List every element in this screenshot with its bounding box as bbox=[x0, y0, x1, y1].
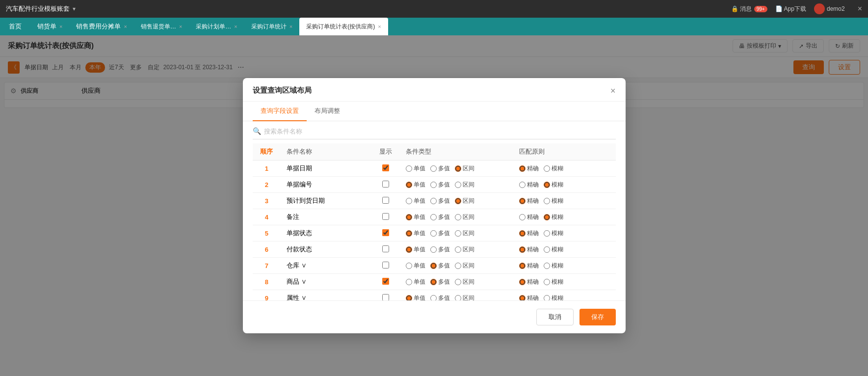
match-fuzzy-1[interactable]: 模糊 bbox=[544, 181, 563, 189]
radio-match-fuzzy-3[interactable] bbox=[544, 214, 550, 220]
show-checkbox-6[interactable] bbox=[382, 262, 389, 269]
show-checkbox-7[interactable] bbox=[382, 278, 389, 285]
type-multi-5[interactable]: 多值 bbox=[430, 245, 450, 254]
type-single-2[interactable]: 单值 bbox=[406, 197, 425, 205]
search-input[interactable] bbox=[264, 128, 362, 135]
cell-match-6[interactable]: 精确模糊 bbox=[513, 258, 615, 274]
type-multi-6[interactable]: 多值 bbox=[430, 262, 450, 270]
type-multi-3[interactable]: 多值 bbox=[430, 213, 450, 221]
cell-match-0[interactable]: 精确模糊 bbox=[513, 161, 615, 177]
match-fuzzy-3[interactable]: 模糊 bbox=[544, 213, 563, 221]
radio-match-fuzzy-1[interactable] bbox=[544, 182, 550, 188]
radio-type-range-5[interactable] bbox=[455, 246, 461, 253]
cell-show-7[interactable] bbox=[371, 274, 400, 290]
tab-active-close[interactable]: × bbox=[378, 24, 381, 29]
tab-layout-adjust[interactable]: 布局调整 bbox=[307, 102, 348, 121]
radio-type-single-1[interactable] bbox=[406, 182, 412, 188]
cell-type-4[interactable]: 单值多值区间 bbox=[400, 225, 513, 242]
save-button[interactable]: 保存 bbox=[579, 309, 616, 325]
cell-match-8[interactable]: 精确模糊 bbox=[513, 290, 615, 301]
radio-match-fuzzy-4[interactable] bbox=[544, 230, 550, 237]
cell-show-6[interactable] bbox=[371, 258, 400, 274]
type-single-6[interactable]: 单值 bbox=[406, 262, 425, 270]
match-fuzzy-4[interactable]: 模糊 bbox=[544, 229, 563, 238]
type-multi-2[interactable]: 多值 bbox=[430, 197, 450, 205]
show-checkbox-8[interactable] bbox=[382, 294, 389, 301]
type-range-7[interactable]: 区间 bbox=[455, 278, 474, 286]
type-multi-0[interactable]: 多值 bbox=[430, 164, 450, 173]
radio-type-single-6[interactable] bbox=[406, 263, 412, 269]
radio-type-multi-5[interactable] bbox=[430, 246, 437, 253]
radio-type-multi-2[interactable] bbox=[430, 198, 437, 204]
type-range-2[interactable]: 区间 bbox=[455, 197, 474, 205]
cell-match-2[interactable]: 精确模糊 bbox=[513, 193, 615, 209]
show-checkbox-0[interactable] bbox=[382, 164, 389, 171]
match-exact-0[interactable]: 精确 bbox=[519, 164, 539, 173]
cancel-button[interactable]: 取消 bbox=[536, 309, 574, 325]
radio-type-range-4[interactable] bbox=[455, 230, 461, 237]
radio-match-exact-6[interactable] bbox=[519, 263, 526, 269]
show-checkbox-4[interactable] bbox=[382, 229, 389, 236]
radio-type-single-7[interactable] bbox=[406, 279, 412, 285]
topbar-close-button[interactable]: × bbox=[858, 4, 862, 13]
type-single-5[interactable]: 单值 bbox=[406, 245, 425, 254]
cell-show-3[interactable] bbox=[371, 209, 400, 225]
type-range-6[interactable]: 区间 bbox=[455, 262, 474, 270]
type-range-0[interactable]: 区间 bbox=[455, 164, 474, 173]
radio-type-range-8[interactable] bbox=[455, 295, 461, 301]
radio-type-multi-8[interactable] bbox=[430, 295, 437, 301]
cell-type-8[interactable]: 单值多值区间 bbox=[400, 290, 513, 301]
radio-type-multi-4[interactable] bbox=[430, 230, 437, 237]
cell-match-3[interactable]: 精确模糊 bbox=[513, 209, 615, 225]
cell-type-5[interactable]: 单值多值区间 bbox=[400, 242, 513, 258]
tab-sales-return-close[interactable]: × bbox=[179, 24, 182, 29]
cell-show-2[interactable] bbox=[371, 193, 400, 209]
radio-type-multi-7[interactable] bbox=[430, 279, 437, 285]
type-multi-4[interactable]: 多值 bbox=[430, 229, 450, 238]
download-area[interactable]: 📄 App下载 bbox=[775, 5, 806, 13]
tab-sales-fee-close[interactable]: × bbox=[124, 24, 127, 29]
type-single-8[interactable]: 单值 bbox=[406, 294, 425, 301]
tab-query-fields[interactable]: 查询字段设置 bbox=[253, 102, 307, 121]
tab-sales-return[interactable]: 销售退货单… × bbox=[134, 18, 189, 35]
radio-type-single-2[interactable] bbox=[406, 198, 412, 204]
cell-match-4[interactable]: 精确模糊 bbox=[513, 225, 615, 242]
show-checkbox-5[interactable] bbox=[382, 245, 389, 252]
radio-match-fuzzy-2[interactable] bbox=[544, 198, 550, 204]
radio-match-exact-4[interactable] bbox=[519, 230, 526, 237]
match-exact-5[interactable]: 精确 bbox=[519, 245, 539, 254]
radio-type-range-3[interactable] bbox=[455, 214, 461, 220]
show-checkbox-1[interactable] bbox=[382, 181, 389, 188]
cell-type-3[interactable]: 单值多值区间 bbox=[400, 209, 513, 225]
tab-sales-close[interactable]: × bbox=[59, 24, 62, 29]
match-fuzzy-6[interactable]: 模糊 bbox=[544, 262, 563, 270]
match-exact-8[interactable]: 精确 bbox=[519, 294, 539, 301]
radio-match-exact-2[interactable] bbox=[519, 198, 526, 204]
cell-type-7[interactable]: 单值多值区间 bbox=[400, 274, 513, 290]
match-fuzzy-2[interactable]: 模糊 bbox=[544, 197, 563, 205]
radio-match-exact-3[interactable] bbox=[519, 214, 526, 220]
type-multi-8[interactable]: 多值 bbox=[430, 294, 450, 301]
radio-type-single-3[interactable] bbox=[406, 214, 412, 220]
radio-type-single-0[interactable] bbox=[406, 165, 412, 172]
radio-match-exact-1[interactable] bbox=[519, 182, 526, 188]
match-exact-1[interactable]: 精确 bbox=[519, 181, 539, 189]
radio-match-exact-7[interactable] bbox=[519, 279, 526, 285]
tab-purchase-stat-close[interactable]: × bbox=[289, 24, 292, 29]
match-fuzzy-0[interactable]: 模糊 bbox=[544, 164, 563, 173]
radio-match-fuzzy-6[interactable] bbox=[544, 263, 550, 269]
app-dropdown-icon[interactable]: ▾ bbox=[73, 5, 76, 12]
cell-match-5[interactable]: 精确模糊 bbox=[513, 242, 615, 258]
cell-show-8[interactable] bbox=[371, 290, 400, 301]
cell-type-2[interactable]: 单值多值区间 bbox=[400, 193, 513, 209]
type-range-8[interactable]: 区间 bbox=[455, 294, 474, 301]
cell-show-1[interactable] bbox=[371, 177, 400, 193]
radio-type-range-7[interactable] bbox=[455, 279, 461, 285]
type-range-1[interactable]: 区间 bbox=[455, 181, 474, 189]
match-exact-3[interactable]: 精确 bbox=[519, 213, 539, 221]
show-checkbox-3[interactable] bbox=[382, 213, 389, 220]
match-fuzzy-7[interactable]: 模糊 bbox=[544, 278, 563, 286]
match-exact-6[interactable]: 精确 bbox=[519, 262, 539, 270]
dialog-close-button[interactable]: × bbox=[610, 86, 616, 95]
tab-active[interactable]: 采购订单统计表(按供应商) × bbox=[299, 18, 388, 35]
